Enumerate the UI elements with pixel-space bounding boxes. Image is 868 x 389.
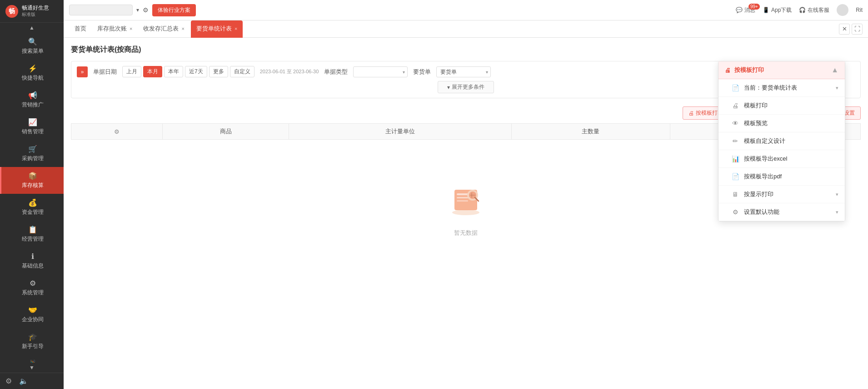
quick-nav-icon: ⚡: [28, 64, 37, 73]
marketing-icon: 📢: [28, 91, 37, 100]
print-dropdown-item-4[interactable]: 📄 按模板导出pdf: [718, 168, 845, 186]
default-func-arrow: ▾: [836, 209, 838, 215]
date-btn-current-year[interactable]: 本年: [164, 66, 183, 77]
expand-label: 展开更多条件: [452, 83, 484, 91]
app-download-btn[interactable]: 📱 App下载: [763, 6, 792, 14]
username: Rit: [856, 7, 863, 13]
inventory-icon: 📦: [28, 172, 37, 180]
filter-expand-icon-btn[interactable]: »: [77, 66, 88, 77]
sidebar-scroll-up[interactable]: ▲: [0, 23, 64, 33]
empty-illustration: [443, 176, 489, 222]
sidebar-label-system: 系统管理: [22, 289, 44, 297]
svg-point-0: [452, 210, 479, 215]
sidebar-item-sales[interactable]: 📈 销售管理: [0, 113, 64, 140]
basic-icon: ℹ: [31, 252, 34, 261]
tabs-bar: 首页 库存批次账 × 收发存汇总表 × 要货单统计表 × ✕ ⛶: [64, 20, 868, 38]
sidebar-scroll-down[interactable]: ▼: [0, 363, 64, 373]
tab-collect-summary[interactable]: 收发存汇总表 ×: [138, 20, 190, 38]
app-download-icon: 📱: [763, 7, 769, 13]
date-btn-custom[interactable]: 自定义: [230, 66, 254, 77]
sidebar-item-basic[interactable]: ℹ 基础信息: [0, 248, 64, 274]
date-filter-label: 单据日期: [93, 68, 117, 76]
default-func-label: 设置默认功能: [744, 208, 779, 216]
tab-inventory-batch[interactable]: 库存批次账 ×: [92, 20, 138, 38]
print-dropdown-section-0[interactable]: 🖥 按显示打印 ▾: [718, 186, 845, 203]
date-btn-7days[interactable]: 近7天: [185, 66, 207, 77]
tab-close-window-btn[interactable]: ✕: [839, 24, 850, 35]
print-dropdown-item-1[interactable]: 👁 模板预览: [718, 115, 845, 132]
date-btn-last-month[interactable]: 上月: [122, 66, 141, 77]
volume-icon[interactable]: 🔈: [19, 377, 28, 385]
tab-inventory-batch-close[interactable]: ×: [130, 26, 132, 31]
type-select[interactable]: [353, 66, 408, 77]
tab-collect-summary-close[interactable]: ×: [181, 26, 184, 31]
col-gear: ⚙: [71, 124, 163, 140]
sidebar-item-system[interactable]: ⚙ 系统管理: [0, 274, 64, 301]
sidebar-label-inventory: 库存核算: [22, 182, 44, 189]
sidebar-item-purchase[interactable]: 🛒 采购管理: [0, 140, 64, 167]
tab-home[interactable]: 首页: [69, 20, 92, 38]
sidebar-item-app-center[interactable]: 📱 应用中心: [0, 355, 64, 363]
print-dropdown-current[interactable]: 📄 当前：要货单统计表 ▾: [718, 79, 845, 97]
sidebar-label-sales: 销售管理: [22, 128, 44, 136]
print-dropdown-title: 按模板打印: [734, 66, 764, 74]
sidebar-label-guide: 新手引导: [22, 343, 44, 350]
tab-order-stats-close[interactable]: ×: [234, 26, 237, 31]
template-print-label: 模板打印: [744, 101, 768, 110]
print-dropdown-close-btn[interactable]: ▲: [831, 66, 838, 74]
headphone-icon: 🎧: [799, 7, 806, 13]
industry-btn[interactable]: 体验行业方案: [152, 4, 196, 16]
print-dropdown: 🖨 按模板打印 ▲ 📄 当前：要货单统计表 ▾ 🖨 模板打印 👁 模板预览 ✏ …: [718, 61, 845, 222]
print-dropdown-item-0[interactable]: 🖨 模板打印: [718, 97, 845, 115]
avatar: [837, 4, 848, 16]
template-custom-label: 模板自定义设计: [744, 137, 785, 145]
tab-inventory-batch-label: 库存批次账: [97, 25, 127, 33]
order-type-select[interactable]: 要货单: [436, 66, 491, 77]
topbar-dropdown-arrow[interactable]: ▾: [136, 7, 139, 13]
date-range-display: 2023-06-01 至 2023-06-30: [260, 68, 319, 75]
sidebar-label-operation: 经营管理: [22, 235, 44, 243]
sidebar-item-inventory[interactable]: 📦 库存核算: [0, 167, 64, 194]
date-btn-current-month[interactable]: 本月: [143, 66, 162, 77]
template-pdf-label: 按模板导出pdf: [744, 172, 782, 181]
message-icon: 💬: [736, 7, 743, 13]
topbar-right: 💬 消息 99+ 📱 App下载 🎧 在线客服 Rit: [736, 4, 863, 16]
system-icon: ⚙: [30, 279, 36, 288]
order-type-label: 要货单: [413, 68, 431, 76]
current-template-icon: 📄: [731, 84, 739, 91]
empty-text: 暂无数据: [454, 229, 478, 237]
sidebar-item-guide[interactable]: 🎓 新手引导: [0, 328, 64, 355]
search-icon: 🔍: [28, 37, 37, 46]
column-settings-icon[interactable]: ⚙: [114, 128, 120, 135]
sidebar-item-finance[interactable]: 💰 资金管理: [0, 194, 64, 221]
tab-collect-summary-label: 收发存汇总表: [143, 25, 179, 33]
print-dropdown-section-1[interactable]: ⚙ 设置默认功能 ▾: [718, 203, 845, 221]
sidebar-item-quick-nav[interactable]: ⚡ 快捷导航: [0, 60, 64, 86]
date-btn-more[interactable]: 更多: [209, 66, 228, 77]
expand-more-btn[interactable]: ▾ 展开更多条件: [438, 81, 494, 93]
display-print-icon: 🖥: [731, 191, 739, 198]
sidebar-label-purchase: 采购管理: [22, 155, 44, 162]
topbar-gear-icon[interactable]: ⚙: [143, 6, 149, 14]
sidebar-item-enterprise[interactable]: 🤝 企业协同: [0, 301, 64, 328]
page-title: 要货单统计表(按商品): [71, 45, 861, 55]
template-custom-icon: ✏: [731, 137, 739, 145]
sidebar-item-marketing[interactable]: 📢 营销推广: [0, 86, 64, 113]
sidebar-item-operation[interactable]: 📋 经营管理: [0, 221, 64, 248]
sidebar-label-enterprise: 企业协同: [22, 316, 44, 323]
sidebar-item-search[interactable]: 🔍 搜索菜单: [0, 33, 64, 60]
print-dropdown-item-2[interactable]: ✏ 模板自定义设计: [718, 132, 845, 150]
online-service-btn[interactable]: 🎧 在线客服: [799, 6, 829, 14]
purchase-icon: 🛒: [28, 145, 37, 153]
search-input[interactable]: [69, 5, 133, 15]
tab-maximize-btn[interactable]: ⛶: [852, 24, 863, 35]
message-badge: 99+: [748, 4, 760, 10]
default-func-icon: ⚙: [731, 208, 739, 216]
print-dropdown-item-3[interactable]: 📊 按模板导出excel: [718, 150, 845, 168]
tab-order-stats[interactable]: 要货单统计表 ×: [191, 20, 243, 38]
message-btn[interactable]: 💬 消息 99+: [736, 6, 755, 14]
sidebar-label-search: 搜索菜单: [22, 47, 44, 55]
sales-icon: 📈: [28, 118, 37, 126]
settings-icon[interactable]: ⚙: [5, 377, 12, 385]
sidebar: 畅 畅通好生意 标准版 ▲ 🔍 搜索菜单 ⚡ 快捷导航 📢 营销推广 📈 销售管…: [0, 0, 64, 389]
